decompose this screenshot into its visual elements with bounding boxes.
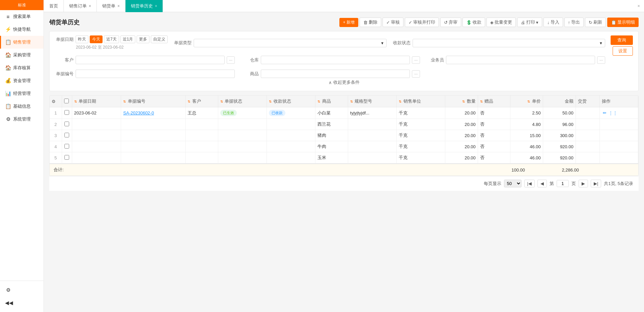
export-button[interactable]: ↑ 导出 bbox=[564, 18, 584, 27]
doc-type-select[interactable]: ▾ bbox=[194, 39, 386, 47]
sales-unit-cell: 千克 bbox=[397, 130, 445, 141]
date-custom[interactable]: 自定义 bbox=[151, 35, 168, 43]
date-yesterday[interactable]: 昨天 bbox=[76, 35, 88, 43]
show-detail-button[interactable]: 📋 显示明细 bbox=[607, 18, 639, 27]
close-icon[interactable]: × bbox=[155, 4, 157, 8]
doc-status-cell bbox=[218, 152, 267, 163]
date-more[interactable]: 更多 bbox=[137, 35, 149, 43]
total-qty: 100.00 bbox=[427, 167, 528, 173]
action-cell bbox=[600, 119, 638, 130]
sidebar-settings[interactable]: ⚙ bbox=[0, 284, 44, 296]
goods-ellipsis[interactable]: ··· bbox=[412, 70, 420, 78]
doc-status-cell bbox=[218, 119, 267, 130]
goods-input[interactable] bbox=[261, 70, 410, 78]
row-checkbox[interactable] bbox=[64, 110, 69, 115]
close-icon[interactable]: × bbox=[89, 4, 91, 8]
col-customer[interactable]: ⇅ 客户 bbox=[186, 96, 218, 107]
row-checkbox[interactable] bbox=[64, 133, 69, 137]
close-all-tabs[interactable]: × bbox=[633, 3, 644, 8]
customer-cell bbox=[186, 119, 218, 130]
more-btn[interactable]: ⋮⋮ bbox=[608, 110, 618, 115]
sidebar-toggle[interactable]: ◀◀ bbox=[0, 296, 44, 309]
sidebar-item-ops-mgmt[interactable]: 📊 经营管理 bbox=[0, 87, 44, 100]
tab-sales-out-history[interactable]: 销货单历史 × bbox=[125, 0, 163, 12]
tab-sales-order[interactable]: 销售订单 × bbox=[64, 0, 97, 12]
trade-cell bbox=[576, 130, 600, 141]
close-icon[interactable]: × bbox=[117, 4, 120, 8]
sidebar-item-inventory[interactable]: 🏠 库存核算 bbox=[0, 61, 44, 74]
collect-button[interactable]: 💲 收款 bbox=[463, 18, 485, 27]
query-button[interactable]: 查询 bbox=[611, 35, 633, 45]
table-row: 5玉米千克20.00否46.00920.00 bbox=[50, 152, 638, 163]
filter-customer: 客户 ··· bbox=[55, 56, 235, 64]
col-unit-price[interactable]: ⇅ 单价 bbox=[510, 96, 543, 107]
warehouse-label: 仓库 bbox=[240, 57, 259, 63]
settings-col[interactable]: ⚙ bbox=[50, 96, 62, 107]
collect-status-cell: 已收款 bbox=[267, 107, 315, 119]
collapse-button[interactable]: ∧ 收起更多条件 bbox=[55, 78, 633, 87]
collect-status-select[interactable]: ▾ bbox=[413, 39, 605, 47]
tab-bar: 首页 销售订单 × 销货单 × 销货单历史 × × bbox=[44, 0, 644, 12]
delete-button[interactable]: 🗑 删除 bbox=[360, 18, 381, 27]
sys-icon: ⚙ bbox=[5, 116, 11, 122]
date-7days[interactable]: 近7天 bbox=[104, 35, 119, 43]
abandon-button[interactable]: ↺ 弃审 bbox=[440, 18, 461, 27]
sidebar-item-sales-mgmt[interactable]: 📋 销售管理 bbox=[0, 36, 44, 49]
sidebar-item-purchase-mgmt[interactable]: 🏠 采购管理 bbox=[0, 49, 44, 61]
staff-input[interactable] bbox=[446, 56, 595, 64]
sidebar-item-finance-mgmt[interactable]: 💰 资金管理 bbox=[0, 74, 44, 87]
customer-input[interactable] bbox=[76, 56, 225, 64]
warehouse-input[interactable] bbox=[261, 56, 410, 64]
doc-no-link[interactable]: SA-20230602-0 bbox=[123, 110, 154, 115]
select-all-checkbox[interactable] bbox=[64, 99, 69, 103]
col-sales-unit[interactable]: ⇅ 销售单位 bbox=[397, 96, 445, 107]
col-qty[interactable]: ⇅ 数量 bbox=[445, 96, 478, 107]
sidebar-item-quick-nav[interactable]: ⚡ 快捷导航 bbox=[0, 23, 44, 36]
col-doc-date[interactable]: ⇅ 单据日期 bbox=[72, 96, 121, 107]
row-checkbox[interactable] bbox=[64, 155, 69, 160]
data-table: ⚙ ⇅ 单据日期 ⇅ 单据编号 bbox=[50, 96, 638, 163]
page-input[interactable]: 1 bbox=[557, 180, 569, 187]
seq-cell: 5 bbox=[50, 152, 62, 163]
sidebar-item-search[interactable]: ≡ 搜索菜单 bbox=[0, 10, 44, 23]
new-button[interactable]: + 新增 bbox=[339, 18, 358, 27]
col-doc-no[interactable]: ⇅ 单据编号 bbox=[121, 96, 186, 107]
first-page-btn[interactable]: |◀ bbox=[524, 180, 535, 187]
col-gift[interactable]: ⇅ 赠品 bbox=[478, 96, 510, 107]
col-spec-type[interactable]: ⇅ 规格型号 bbox=[348, 96, 396, 107]
prev-page-btn[interactable]: ◀ bbox=[537, 180, 547, 187]
col-doc-status[interactable]: ⇅ 单据状态 bbox=[218, 96, 267, 107]
set-button[interactable]: 设置 bbox=[613, 46, 633, 56]
last-page-btn[interactable]: ▶| bbox=[591, 180, 601, 187]
audit-print-button[interactable]: ✓ 审核并打印 bbox=[405, 18, 439, 27]
audit-button[interactable]: ✓ 审核 bbox=[383, 18, 403, 27]
customer-cell bbox=[186, 130, 218, 141]
customer-ellipsis[interactable]: ··· bbox=[227, 56, 235, 64]
col-goods[interactable]: ⇅ 商品 bbox=[315, 96, 348, 107]
filter-doc-no: 单据编号 bbox=[55, 70, 235, 78]
per-page-select[interactable]: 50 100 bbox=[504, 180, 522, 187]
tab-sales-out[interactable]: 销货单 × bbox=[97, 0, 125, 12]
row-checkbox[interactable] bbox=[64, 122, 69, 126]
checkbox-cell bbox=[62, 130, 72, 141]
batch-change-button[interactable]: ◈ 批量变更 bbox=[486, 18, 516, 27]
refresh-button[interactable]: ↻ 刷新 bbox=[585, 18, 606, 27]
warehouse-ellipsis[interactable]: ··· bbox=[412, 56, 420, 64]
tab-home[interactable]: 首页 bbox=[44, 0, 64, 12]
status-badge: 已生效 bbox=[220, 110, 237, 116]
date-1month[interactable]: 近1月 bbox=[120, 35, 136, 43]
import-button[interactable]: ↓ 导入 bbox=[543, 18, 563, 27]
amount-cell: 300.00 bbox=[543, 130, 576, 141]
doc-no-input[interactable] bbox=[76, 70, 235, 78]
next-page-btn[interactable]: ▶ bbox=[579, 180, 588, 187]
sidebar-item-sys-mgmt[interactable]: ⚙ 系统管理 bbox=[0, 113, 44, 126]
audit-icon: ✓ bbox=[386, 20, 390, 25]
page-suffix: 页 bbox=[571, 181, 576, 187]
row-checkbox[interactable] bbox=[64, 144, 69, 149]
print-button[interactable]: 🖨 打印 ▾ bbox=[517, 18, 542, 27]
sidebar-item-basic-info[interactable]: 📋 基础信息 bbox=[0, 100, 44, 113]
staff-ellipsis[interactable]: ··· bbox=[597, 56, 605, 64]
date-today[interactable]: 今天 bbox=[90, 35, 103, 43]
edit-btn[interactable]: ✏ bbox=[602, 110, 608, 115]
col-collect-status[interactable]: ⇅ 收款状态 bbox=[267, 96, 315, 107]
